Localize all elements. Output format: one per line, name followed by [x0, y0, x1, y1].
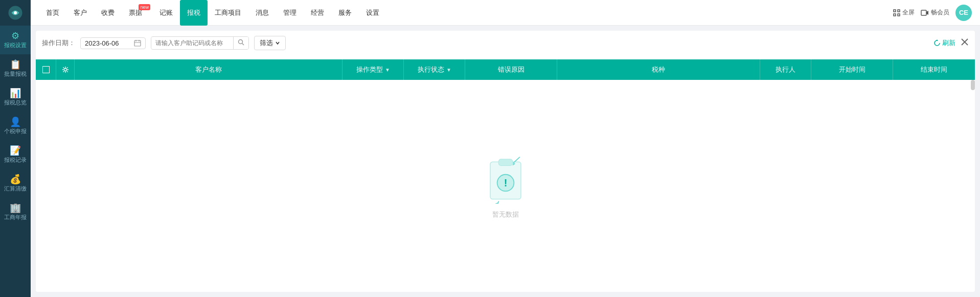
video-icon: [921, 9, 929, 16]
svg-text:!: !: [504, 177, 507, 188]
avatar[interactable]: CE: [955, 5, 972, 21]
th-check[interactable]: [36, 59, 56, 80]
svg-rect-4: [894, 14, 896, 16]
svg-line-25: [494, 203, 497, 204]
nav-jizhang[interactable]: 记账: [152, 0, 180, 26]
svg-rect-2: [894, 10, 896, 12]
svg-point-12: [239, 40, 243, 44]
right-actions: 刷新: [933, 38, 969, 48]
empty-text: 暂无数据: [492, 210, 519, 219]
th-status[interactable]: 执行状态 ▼: [404, 59, 465, 80]
fullscreen-icon: [893, 9, 900, 16]
th-executor: 执行人: [760, 59, 811, 80]
refresh-icon: [933, 39, 941, 47]
svg-point-1: [14, 11, 17, 14]
nav-customer[interactable]: 客户: [66, 0, 94, 26]
nav-xiaoxi[interactable]: 消息: [248, 0, 276, 26]
empty-illustration: !: [483, 153, 529, 204]
sidebar-item-baoshui-jilu[interactable]: 📝 报税记录: [0, 140, 31, 169]
calendar-icon: [134, 39, 141, 47]
th-gear[interactable]: [56, 59, 75, 80]
sidebar-item-label: 批量报税: [4, 71, 27, 77]
svg-rect-5: [898, 14, 900, 16]
table: 客户名称 操作类型 ▼ 执行状态 ▼ 错误原因 税种: [36, 59, 975, 292]
filter-bar: 操作日期：: [36, 31, 975, 55]
content-area: 操作日期：: [31, 26, 980, 297]
date-input-wrap[interactable]: [80, 37, 146, 49]
sidebar-item-huisuan-jiao[interactable]: 💰 汇算清缴: [0, 169, 31, 198]
sidebar-item-geshuishenb[interactable]: 👤 个税申报: [0, 112, 31, 140]
nav-guanli[interactable]: 管理: [276, 0, 304, 26]
sidebar-item-baoshui-shezhi[interactable]: ⚙ 报税设置: [0, 26, 31, 54]
search-button[interactable]: [233, 37, 248, 49]
svg-rect-19: [498, 159, 512, 166]
svg-point-17: [64, 69, 66, 71]
sidebar-item-label: 工商年报: [4, 214, 27, 221]
sidebar-item-label: 报税设置: [4, 42, 27, 49]
sidebar-item-label: 汇算清缴: [4, 185, 27, 192]
nav-home[interactable]: 首页: [39, 0, 66, 26]
sidebar-item-piliang-baoshui[interactable]: 📋 批量报税: [0, 54, 31, 83]
settings-icon: ⚙: [11, 31, 19, 40]
sort-icon: ▼: [385, 67, 390, 73]
filter-button[interactable]: 筛选: [254, 36, 286, 50]
batch-tax-icon: 📋: [10, 60, 21, 69]
sidebar-item-gongshang-nian[interactable]: 🏢 工商年报: [0, 198, 31, 226]
app-logo: [0, 0, 31, 26]
empty-state: ! 暂无数据: [472, 142, 539, 229]
nav-shoufei[interactable]: 收费: [94, 0, 122, 26]
scrollbar[interactable]: [971, 80, 975, 90]
th-tax: 税种: [557, 59, 760, 80]
sidebar-item-label: 报税记录: [4, 157, 27, 163]
table-header: 客户名称 操作类型 ▼ 执行状态 ▼ 错误原因 税种: [36, 59, 975, 80]
record-icon: 📝: [10, 146, 21, 155]
th-start: 开始时间: [811, 59, 893, 80]
sidebar-item-baoshui-zonlan[interactable]: 📊 报税总览: [0, 83, 31, 112]
sidebar: ⚙ 报税设置 📋 批量报税 📊 报税总览 👤 个税申报 📝 报税记录 💰 汇算清…: [0, 0, 31, 297]
sidebar-item-label: 个税申报: [4, 128, 27, 135]
th-end: 结束时间: [893, 59, 975, 80]
top-nav: 首页 客户 收费 票据 new 记账 报税 工商项目 消息 管理 经营: [31, 0, 980, 26]
new-badge: new: [139, 4, 150, 11]
refresh-button[interactable]: 刷新: [933, 38, 955, 48]
chevron-down-icon: [275, 40, 280, 46]
svg-line-13: [242, 44, 244, 46]
nav-piaoju[interactable]: 票据 new: [122, 0, 152, 26]
nav-fuwu[interactable]: 服务: [331, 0, 359, 26]
nav-shezhi[interactable]: 设置: [359, 0, 386, 26]
sort-icon: ▼: [446, 67, 451, 73]
main-area: 首页 客户 收费 票据 new 记账 报税 工商项目 消息 管理 经营: [31, 0, 980, 297]
select-all-checkbox[interactable]: [42, 66, 50, 73]
person-tax-icon: 👤: [10, 117, 21, 126]
gear-icon: [62, 66, 69, 73]
search-wrap: [151, 36, 249, 50]
th-error: 错误原因: [465, 59, 557, 80]
settlement-icon: 💰: [10, 175, 21, 184]
search-icon: [238, 39, 244, 46]
close-icon: [961, 38, 969, 46]
svg-rect-6: [921, 10, 926, 15]
search-input[interactable]: [151, 37, 233, 49]
member-btn[interactable]: 畅会员: [921, 8, 949, 17]
table-body: ! 暂无数据: [36, 80, 975, 292]
th-name: 客户名称: [75, 59, 343, 80]
svg-rect-3: [898, 10, 900, 12]
nav-baoshui[interactable]: 报税: [180, 0, 208, 26]
annual-report-icon: 🏢: [10, 203, 21, 213]
svg-rect-8: [134, 40, 141, 46]
fullscreen-btn[interactable]: 全屏: [893, 8, 915, 17]
sidebar-item-label: 报税总览: [4, 99, 27, 106]
th-op-type[interactable]: 操作类型 ▼: [343, 59, 404, 80]
close-button[interactable]: [961, 38, 969, 48]
nav-gongshang[interactable]: 工商项目: [208, 0, 248, 26]
date-label: 操作日期：: [42, 38, 75, 48]
date-input[interactable]: [85, 39, 131, 47]
overview-icon: 📊: [10, 89, 21, 98]
nav-jingying[interactable]: 经营: [304, 0, 331, 26]
nav-right: 全屏 畅会员 CE: [893, 5, 972, 21]
